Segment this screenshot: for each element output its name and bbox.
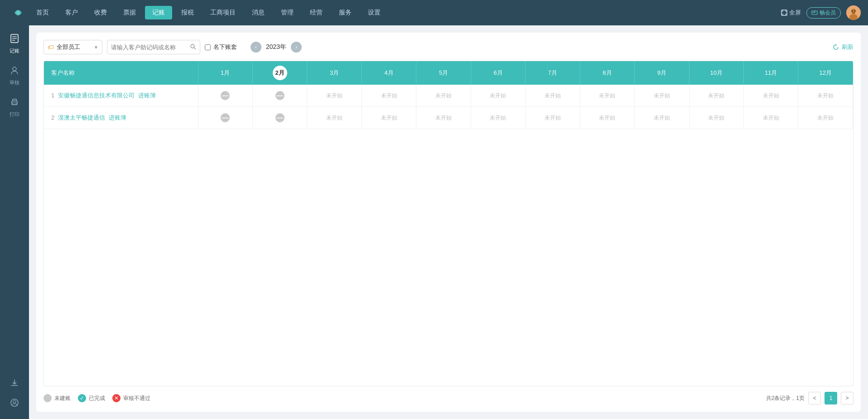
print-icon [10,97,19,109]
cell-month-1-4: 未开始 [416,107,471,129]
status-not-started: 未开始 [654,92,670,99]
legend-red-icon: ✕ [112,394,121,402]
cell-month-0-4: 未开始 [416,85,471,107]
svg-line-18 [194,48,196,49]
sidebar-label-audit: 审核 [10,79,19,86]
content-card: 🏷 全部员工 ▼ 名下账套 [36,33,861,412]
sidebar-item-audit[interactable]: 审核 [2,61,27,91]
nav-items: 首页 客户 收费 票据 记账 报税 工商项目 消息 管理 经营 服务 设置 [29,6,781,19]
status-not-started: 未开始 [381,92,397,99]
current-page-btn[interactable]: 1 [825,392,837,405]
nav-service[interactable]: 服务 [332,6,359,19]
active-month-circle: 2月 [273,66,287,80]
table-footer: 未建账 ✓ 已完成 ✕ 审核不通过 共2条记录，1页 < 1 > [43,386,854,405]
enter-ledger-btn-0[interactable]: 进账簿 [138,92,156,99]
row-num: 1 [51,92,54,99]
cell-month-1-10: 未开始 [744,107,798,129]
search-input-wrap [107,40,200,54]
employee-select[interactable]: 🏷 全部员工 ▼ [43,40,102,54]
dash-icon: — [275,113,285,122]
sidebar-item-accounting[interactable]: 记账 [2,29,27,59]
cell-month-0-0: — [198,85,252,107]
cell-month-1-2: 未开始 [307,107,362,129]
status-not-started: 未开始 [763,92,779,99]
col-aug: 8月 [580,61,634,85]
employee-select-text: 全部员工 [57,43,91,51]
cell-month-0-8: 未开始 [635,85,689,107]
enter-ledger-btn-1[interactable]: 进账簿 [109,114,126,121]
cell-month-0-10: 未开始 [744,85,798,107]
sidebar: 记账 审核 打印 [0,25,29,419]
nav-settings[interactable]: 设置 [361,6,388,19]
status-not-started: 未开始 [817,92,834,99]
cell-month-0-5: 未开始 [471,85,525,107]
table-body: 1安徽畅捷通信息技术有限公司进账簿——未开始未开始未开始未开始未开始未开始未开始… [44,85,853,129]
top-nav: 首页 客户 收费 票据 记账 报税 工商项目 消息 管理 经营 服务 设置 全屏… [0,0,868,25]
refresh-btn[interactable]: 刷新 [833,43,854,51]
avatar[interactable] [846,5,861,20]
svg-point-16 [13,400,16,403]
legend-gray-icon [43,394,52,402]
nav-home[interactable]: 首页 [29,6,56,19]
total-text: 共2条记录，1页 [766,395,805,402]
sidebar-item-print[interactable]: 打印 [2,92,27,122]
col-apr: 4月 [362,61,416,85]
nav-fee[interactable]: 收费 [87,6,114,19]
row-num: 2 [51,114,54,121]
search-input[interactable] [111,44,187,51]
nav-client[interactable]: 客户 [58,6,85,19]
cell-month-0-1: — [252,85,307,107]
nav-message[interactable]: 消息 [245,6,272,19]
prev-page-btn[interactable]: < [808,392,821,405]
footer-right: 共2条记录，1页 < 1 > [766,392,854,405]
table-row: 1安徽畅捷通信息技术有限公司进账簿——未开始未开始未开始未开始未开始未开始未开始… [44,85,853,107]
nav-accounting[interactable]: 记账 [145,6,172,19]
next-year-btn[interactable]: › [291,42,302,53]
main-layout: 记账 审核 打印 [0,25,868,419]
cell-month-1-7: 未开始 [580,107,634,129]
year-nav: ‹ 2023年 › [251,42,302,53]
cell-month-1-0: — [198,107,252,129]
app-logo [7,0,29,25]
checkbox-label: 名下账套 [213,43,237,51]
cell-month-0-11: 未开始 [798,85,853,107]
sidebar-user-btn[interactable] [2,394,27,412]
content-area: 🏷 全部员工 ▼ 名下账套 [29,25,868,419]
legend-rejected: ✕ 审核不通过 [112,394,150,402]
status-not-started: 未开始 [435,92,452,99]
name-account-checkbox[interactable] [205,44,211,50]
svg-point-6 [852,10,853,12]
status-not-started: 未开始 [490,115,506,121]
status-not-started: 未开始 [326,92,342,99]
cell-month-0-3: 未开始 [362,85,416,107]
cell-month-1-11: 未开始 [798,107,853,129]
audit-icon [10,65,19,77]
nav-invoice[interactable]: 票据 [116,6,143,19]
prev-year-btn[interactable]: ‹ [251,42,261,53]
svg-point-12 [13,67,16,71]
col-feb: 2月 [252,61,307,85]
status-not-started: 未开始 [599,115,615,121]
cell-month-1-9: 未开始 [689,107,743,129]
nav-biz[interactable]: 工商项目 [203,6,243,19]
cell-name-0: 1安徽畅捷通信息技术有限公司进账簿 [44,85,198,107]
status-not-started: 未开始 [545,115,561,121]
next-page-btn[interactable]: > [841,392,854,405]
company-name-1[interactable]: 漠澳太平畅捷通信 [58,114,105,121]
year-text: 2023年 [266,43,286,51]
fullscreen-btn[interactable]: 全屏 [781,9,801,17]
search-icon[interactable] [190,43,196,51]
vip-btn[interactable]: 畅会员 [806,7,841,19]
cell-month-1-5: 未开始 [471,107,525,129]
nav-operation[interactable]: 经营 [303,6,330,19]
company-name-0[interactable]: 安徽畅捷通信息技术有限公司 [58,92,135,99]
cell-month-1-1: — [252,107,307,129]
dropdown-arrow-icon: ▼ [94,45,98,50]
nav-manage[interactable]: 管理 [274,6,301,19]
cell-month-1-3: 未开始 [362,107,416,129]
nav-tax[interactable]: 报税 [174,6,201,19]
legend-not-created-label: 未建账 [54,395,71,402]
checkbox-wrap[interactable]: 名下账套 [205,43,237,51]
sidebar-download-btn[interactable] [2,374,27,392]
employee-icon: 🏷 [48,43,54,51]
